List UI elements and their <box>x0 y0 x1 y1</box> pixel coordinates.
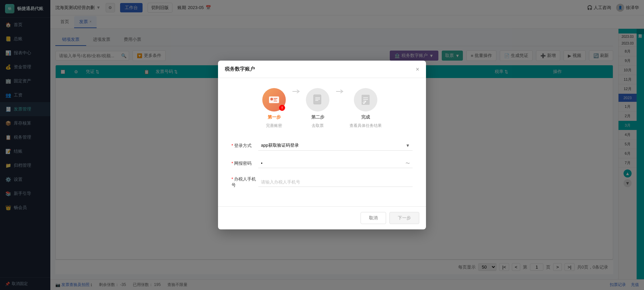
svg-point-1 <box>270 98 273 100</box>
step-arrow-1 <box>286 88 306 113</box>
step-1-circle: ! <box>262 88 286 112</box>
svg-rect-10 <box>362 95 370 105</box>
next-button[interactable]: 下一步 <box>389 212 419 224</box>
step-3-label: 完成 <box>361 114 370 120</box>
cancel-button[interactable]: 取消 <box>361 212 386 224</box>
login-method-field: 登录方式 app获取验证码登录 ▼ <box>231 140 413 151</box>
login-method-select[interactable]: app获取验证码登录 ▼ <box>258 140 413 151</box>
modal-title: 税务数字账户 <box>225 66 255 72</box>
stepper: ! 第一步 完善账密 <box>231 88 413 129</box>
document-icon <box>312 94 324 106</box>
login-method-value: app获取验证码登录 <box>261 142 299 148</box>
step-2: 第二步 去取票 <box>306 88 329 129</box>
step-arrow-2 <box>329 88 350 113</box>
password-input-wrapper: 〜 <box>258 159 413 168</box>
step-3: 完成 查看具体任务结果 <box>350 88 382 129</box>
chevron-down-icon: ▼ <box>406 143 410 148</box>
modal-header: 税务数字账户 × <box>218 61 426 78</box>
password-label: 网报密码 <box>231 160 258 166</box>
step-3-sublabel: 查看具体任务结果 <box>350 123 382 129</box>
checklist-icon <box>360 94 372 106</box>
step-2-sublabel: 去取票 <box>312 123 324 129</box>
phone-input[interactable] <box>258 177 413 187</box>
eye-icon[interactable]: 〜 <box>403 160 413 166</box>
modal-close-button[interactable]: × <box>416 66 419 72</box>
password-input[interactable] <box>258 159 403 168</box>
step-1: ! 第一步 完善账密 <box>262 88 286 129</box>
svg-rect-5 <box>314 95 321 104</box>
step-2-label: 第二步 <box>311 114 324 120</box>
step-1-label: 第一步 <box>268 114 281 120</box>
id-card-icon <box>268 94 280 106</box>
step-1-badge: ! <box>279 105 285 111</box>
step-1-sublabel: 完善账密 <box>266 123 282 129</box>
step-2-circle <box>306 88 329 112</box>
modal-body: ! 第一步 完善账密 <box>218 78 426 206</box>
login-method-label: 登录方式 <box>231 143 258 149</box>
step-3-circle <box>354 88 377 112</box>
phone-field: 办税人手机号 <box>231 176 413 188</box>
phone-label: 办税人手机号 <box>231 176 258 188</box>
modal-overlay: 税务数字账户 × ! <box>0 0 644 290</box>
tax-digital-modal: 税务数字账户 × ! <box>218 61 426 229</box>
modal-footer: 取消 下一步 <box>218 206 426 229</box>
password-field: 网报密码 〜 <box>231 159 413 168</box>
